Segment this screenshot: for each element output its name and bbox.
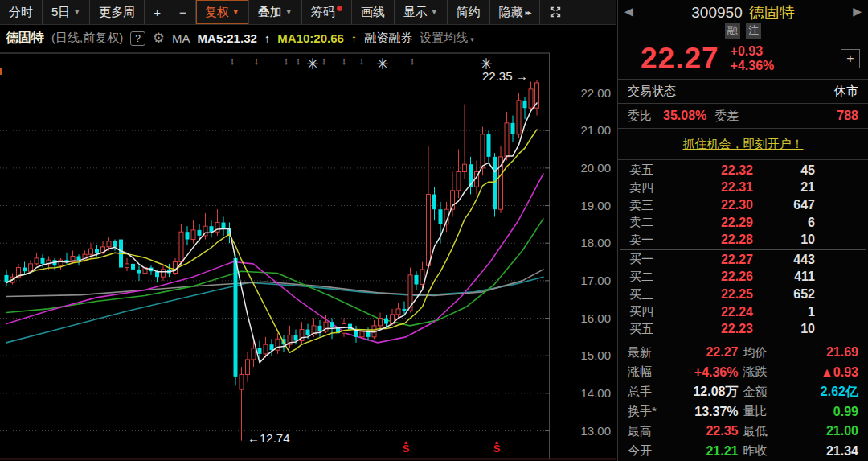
chevron-down-icon: ▼ [232, 8, 240, 16]
stat-cell: 涨跌▲0.93 [743, 364, 859, 380]
bid-order-row[interactable]: 买四22.241 [618, 303, 868, 321]
chevron-down-icon: ▼ [73, 8, 80, 16]
toolbar-button-overlay[interactable]: 叠加▼ [249, 0, 302, 24]
help-icon[interactable]: ? [130, 31, 145, 46]
order-level-label: 卖五 [629, 163, 679, 178]
toolbar-button-label: + [154, 6, 161, 19]
top-toolbar: 分时5日▼更多周+−复权▼叠加▼筹码画线显示▼简约隐藏▸▸ [0, 0, 616, 25]
ask-order-row[interactable]: 卖五22.3245 [618, 162, 868, 179]
weibi-row: 委比 35.08% 委差 788 [618, 103, 868, 128]
toolbar-button-fullscreen[interactable] [540, 0, 571, 24]
weicha-value: 788 [837, 109, 858, 123]
toolbar-button-chips[interactable]: 筹码 [302, 0, 352, 24]
stat-label: 昨收 [743, 443, 768, 459]
stock-title-row: ◀ 300950 德固特 ▶ [618, 2, 868, 23]
stat-value: 2.62亿 [821, 384, 858, 401]
chart-stock-name: 德固特 [6, 30, 44, 47]
order-price: 22.23 [679, 322, 753, 336]
weicha-label: 委差 [714, 109, 739, 124]
stat-row: 换手*13.37%量比0.99 [618, 402, 868, 422]
order-volume: 45 [753, 163, 857, 178]
stat-label: 今开 [628, 443, 652, 459]
stat-label: 均价 [743, 345, 768, 360]
gear-icon[interactable]: ⚙ [153, 30, 165, 47]
toolbar-button-zoom-out[interactable]: − [170, 0, 196, 24]
y-axis-label: 21.00 [553, 123, 611, 137]
order-level-label: 卖四 [629, 180, 679, 196]
ask-order-row[interactable]: 卖一22.2810 [618, 231, 868, 249]
stat-value: +4.36% [694, 365, 743, 380]
stat-label: 涨幅 [628, 364, 652, 380]
stat-value: 22.27 [706, 345, 743, 360]
order-price: 22.29 [679, 216, 753, 230]
order-volume: 10 [753, 322, 857, 336]
add-to-watchlist-button[interactable]: + [841, 49, 860, 68]
candlestick-chart-region[interactable]: ↕↕↕↕↕↕↕↕✳✳✳▲S▲S22.35 →←12.74 22.0021.002… [0, 51, 616, 461]
expand-icon [549, 6, 562, 19]
stat-label: 最低 [743, 424, 768, 439]
bid-order-row[interactable]: 买二22.26411 [618, 269, 868, 286]
chevron-down-icon: ▼ [285, 8, 293, 16]
open-account-link[interactable]: 抓住机会，即刻开户！ [683, 137, 804, 152]
ma-label: MA [172, 31, 190, 45]
ma10-value: MA10:20.66 [277, 31, 344, 45]
order-volume: 21 [753, 180, 857, 195]
y-axis-label: 14.00 [553, 386, 611, 400]
trade-state-row: 交易状态 休市 [618, 79, 868, 103]
toolbar-button-fuquan[interactable]: 复权▼ [196, 0, 249, 24]
order-level-label: 卖一 [629, 233, 679, 248]
y-axis-label: 20.00 [553, 161, 611, 175]
stat-cell: 昨收21.34 [743, 443, 859, 459]
stat-value: 21.69 [826, 345, 858, 360]
stat-cell: 最高22.35 [628, 424, 743, 439]
prev-stock-arrow-icon[interactable]: ◀ [624, 5, 633, 18]
toolbar-button-zoom-in[interactable]: + [145, 0, 170, 24]
stat-label: 涨跌 [743, 364, 768, 380]
trade-state-label: 交易状态 [628, 84, 676, 99]
ask-order-row[interactable]: 卖二22.296 [618, 214, 868, 232]
stat-cell: 今开21.21 [628, 443, 743, 459]
margin-trading-label[interactable]: 融资融券 [364, 31, 412, 46]
toolbar-button-label: 叠加 [258, 5, 282, 20]
stat-cell: 金额2.62亿 [743, 384, 859, 401]
chevron-down-icon: ▼ [431, 8, 438, 16]
open-account-ad: 抓住机会，即刻开户！ [618, 128, 868, 159]
y-axis-label: 17.00 [553, 274, 611, 287]
stat-cell: 量比0.99 [743, 404, 859, 419]
toolbar-button-timeline[interactable]: 分时 [0, 0, 43, 24]
stats-grid: 最新22.27均价21.69涨幅+4.36%涨跌▲0.93总手12.08万金额2… [618, 340, 868, 461]
bid-order-row[interactable]: 买五22.2310 [618, 320, 868, 338]
order-volume: 10 [753, 233, 857, 247]
next-stock-arrow-icon[interactable]: ▶ [853, 5, 862, 18]
bid-order-row[interactable]: 买一22.27443 [618, 251, 868, 269]
ma10-up-arrow-icon: ↑ [351, 31, 358, 45]
order-volume: 443 [753, 253, 857, 267]
quote-panel: ◀ 300950 德固特 ▶ 融 注 22.27 +0.93 +4.36% + … [617, 0, 868, 461]
order-volume: 6 [753, 216, 857, 230]
toolbar-button-display[interactable]: 显示▼ [395, 0, 448, 24]
registered-badge: 注 [746, 23, 761, 39]
bid-order-row[interactable]: 买三22.25652 [618, 286, 868, 303]
stat-cell: 涨幅+4.36% [628, 364, 743, 380]
toolbar-button-more-period[interactable]: 更多周 [90, 0, 145, 24]
toolbar-button-draw-line[interactable]: 画线 [352, 0, 395, 24]
last-price: 22.27 [641, 42, 719, 76]
order-volume: 1 [753, 305, 857, 319]
toolbar-button-hide[interactable]: 隐藏▸▸ [490, 0, 540, 24]
stat-row: 涨幅+4.36%涨跌▲0.93 [618, 363, 868, 383]
price-row: 22.27 +0.93 +4.36% + [618, 39, 868, 79]
ask-order-row[interactable]: 卖四22.3121 [618, 179, 868, 197]
ask-order-row[interactable]: 卖三22.30647 [618, 196, 868, 214]
toolbar-button-five-day[interactable]: 5日▼ [43, 0, 90, 24]
toolbar-button-simple[interactable]: 简约 [448, 0, 490, 24]
weibi-label: 委比 [628, 109, 652, 124]
order-level-label: 卖二 [629, 215, 679, 230]
stat-cell: 总手12.08万 [628, 384, 743, 401]
stat-row: 总手12.08万金额2.62亿 [618, 382, 868, 402]
order-price: 22.31 [679, 180, 753, 195]
toolbar-button-label: 画线 [361, 5, 385, 20]
order-price: 22.28 [679, 233, 753, 247]
margin-badge: 融 [725, 23, 740, 39]
set-ma-button[interactable]: 设置均线▾ [420, 31, 474, 46]
weibi-value: 35.08% [663, 109, 706, 123]
